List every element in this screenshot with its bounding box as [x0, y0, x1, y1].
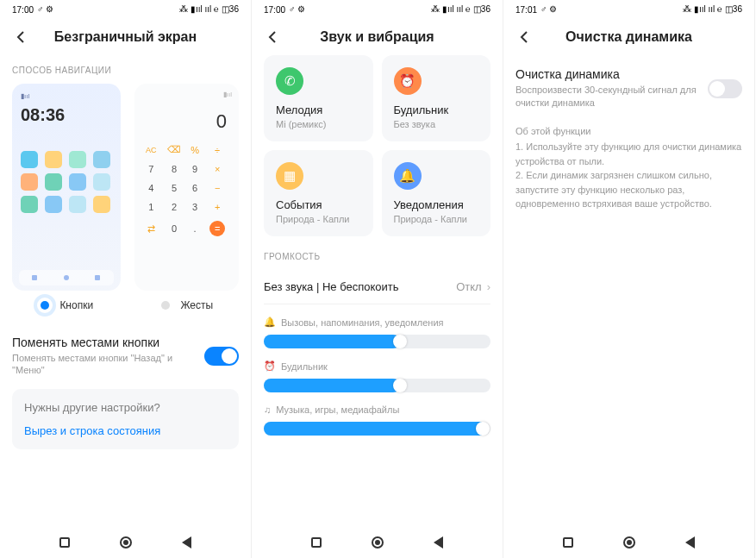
- radio-gestures-label: Жесты: [180, 299, 213, 311]
- screen-clean-speaker: 17:01 ♂ ⚙ ⁂ ▮ııl ııl ℮ ◫36 Очистка динам…: [503, 0, 755, 558]
- header: Безграничный экран: [0, 19, 251, 55]
- tile-title: Будильник: [394, 103, 479, 116]
- nav-bar: [503, 527, 754, 558]
- nav-back[interactable]: [685, 536, 695, 549]
- silent-value: Откл: [456, 280, 482, 293]
- status-bar: 17:01 ♂ ⚙ ⁂ ▮ııl ııl ℮ ◫36: [503, 0, 754, 19]
- about-p2: 2. Если динамик загрязнен слишком сильно…: [515, 168, 742, 211]
- swap-title: Поменять местами кнопки: [12, 335, 196, 349]
- page-title: Очистка динамика: [534, 29, 723, 45]
- screen-fullscreen-display: 17:00 ♂ ⚙ ⁂ ▮ııl ııl ℮ ◫36 Безграничный …: [0, 0, 252, 558]
- header: Очистка динамика: [503, 19, 754, 55]
- nav-recents[interactable]: [563, 537, 573, 548]
- about-head: Об этой функции: [515, 124, 742, 139]
- about-function: Об этой функции 1. Используйте эту функц…: [515, 124, 742, 211]
- back-button[interactable]: [264, 28, 283, 47]
- back-button[interactable]: [515, 28, 534, 47]
- page-title: Безграничный экран: [31, 29, 220, 45]
- silent-dnd-row[interactable]: Без звука | Не беспокоить Откл ›: [264, 270, 490, 304]
- nav-back[interactable]: [434, 536, 443, 549]
- header: Звук и вибрация: [252, 19, 503, 55]
- music-icon: ♫: [264, 404, 271, 415]
- status-icons-right: ⁂ ▮ııl ııl ℮ ◫36: [179, 5, 239, 14]
- nav-method-label: СПОСОБ НАВИГАЦИИ: [12, 66, 239, 75]
- swap-sub: Поменять местами кнопки "Назад" и "Меню": [12, 352, 196, 377]
- nav-back[interactable]: [182, 536, 191, 549]
- back-button[interactable]: [12, 28, 31, 47]
- tile-sub: Без звука: [394, 119, 479, 129]
- about-p1: 1. Используйте эту функцию для очистки д…: [515, 140, 742, 168]
- calendar-icon: ▦: [276, 162, 303, 190]
- volume-label: ГРОМКОСТЬ: [264, 252, 490, 261]
- nav-home[interactable]: [120, 536, 132, 549]
- tile-sub: Природа - Капли: [394, 214, 479, 224]
- status-time: 17:01: [515, 5, 537, 15]
- slider-label: Музыка, игры, медиафайлы: [276, 404, 399, 415]
- alarm-icon: ⏰: [394, 67, 422, 95]
- bell-icon: 🔔: [394, 162, 422, 190]
- status-bar: 17:00 ♂ ⚙ ⁂ ▮ııl ııl ℮ ◫36: [0, 0, 251, 19]
- radio-gestures[interactable]: Жесты: [133, 298, 240, 313]
- alarm-outline-icon: ⏰: [264, 361, 276, 372]
- preview-clock: 08:36: [21, 105, 112, 125]
- swap-toggle[interactable]: [204, 347, 239, 366]
- status-time: 17:00: [264, 5, 285, 15]
- tile-title: Уведомления: [394, 198, 479, 211]
- nav-bar: [0, 527, 251, 558]
- more-question: Нужны другие настройки?: [24, 401, 227, 414]
- bell-outline-icon: 🔔: [264, 317, 276, 328]
- clean-sub: Воспроизвести 30-секундный сигнал для оч…: [515, 84, 699, 110]
- nav-home[interactable]: [372, 536, 384, 549]
- nav-home[interactable]: [623, 536, 635, 549]
- preview-gestures[interactable]: ▮ııl 0 AC⌫%÷ 789× 456− 123+ ⇄0.=: [134, 84, 240, 291]
- chevron-right-icon: ›: [487, 280, 490, 293]
- swap-buttons-row[interactable]: Поменять местами кнопки Поменять местами…: [12, 335, 239, 377]
- tile-title: События: [276, 198, 361, 211]
- slider-media[interactable]: ♫Музыка, игры, медиафайлы: [264, 404, 490, 436]
- cutout-link[interactable]: Вырез и строка состояния: [24, 424, 227, 437]
- slider-label: Вызовы, напоминания, уведомления: [281, 317, 444, 328]
- more-settings-card: Нужны другие настройки? Вырез и строка с…: [12, 389, 239, 449]
- slider-label: Будильник: [281, 361, 328, 372]
- clean-toggle[interactable]: [708, 79, 742, 98]
- tile-sub: Природа - Капли: [276, 214, 361, 224]
- nav-bar: [252, 527, 503, 558]
- status-icons-left: ♂ ⚙: [289, 5, 305, 14]
- status-icons-left: ♂ ⚙: [37, 5, 53, 14]
- page-title: Звук и вибрация: [283, 29, 472, 45]
- preview-buttons[interactable]: ▮ııl 08:36: [12, 84, 121, 291]
- status-bar: 17:00 ♂ ⚙ ⁂ ▮ııl ııl ℮ ◫36: [252, 0, 503, 19]
- clean-title: Очистка динамика: [515, 67, 699, 81]
- chevron-left-icon: [266, 30, 280, 44]
- tile-alarm[interactable]: ⏰ Будильник Без звука: [382, 55, 491, 141]
- tile-notifications[interactable]: 🔔 Уведомления Природа - Капли: [382, 150, 491, 236]
- phone-icon: ✆: [276, 67, 303, 95]
- status-icons-left: ♂ ⚙: [540, 5, 557, 14]
- nav-recents[interactable]: [59, 537, 70, 548]
- clean-speaker-row[interactable]: Очистка динамика Воспроизвести 30-секунд…: [515, 55, 742, 124]
- status-icons-right: ⁂ ▮ııl ııl ℮ ◫36: [431, 5, 490, 14]
- screen-sound-vibration: 17:00 ♂ ⚙ ⁂ ▮ııl ııl ℮ ◫36 Звук и вибрац…: [252, 0, 503, 558]
- radio-buttons[interactable]: Кнопки: [12, 298, 119, 313]
- status-time: 17:00: [12, 5, 34, 15]
- status-icons-right: ⁂ ▮ııl ııl ℮ ◫36: [683, 5, 742, 14]
- tile-ringtone[interactable]: ✆ Мелодия Mi (ремикс): [264, 55, 373, 141]
- tile-title: Мелодия: [276, 103, 361, 116]
- slider-calls[interactable]: 🔔Вызовы, напоминания, уведомления: [264, 317, 490, 348]
- radio-buttons-label: Кнопки: [59, 299, 93, 311]
- chevron-left-icon: [518, 30, 532, 44]
- nav-previews: ▮ııl 08:36 ▮ııl 0 AC⌫%÷ 789× 456− 123+ ⇄…: [12, 84, 239, 291]
- slider-alarm[interactable]: ⏰Будильник: [264, 361, 490, 392]
- chevron-left-icon: [15, 30, 28, 44]
- silent-title: Без звука | Не беспокоить: [264, 280, 456, 293]
- tile-events[interactable]: ▦ События Природа - Капли: [264, 150, 373, 236]
- tile-sub: Mi (ремикс): [276, 119, 361, 129]
- nav-recents[interactable]: [311, 537, 322, 548]
